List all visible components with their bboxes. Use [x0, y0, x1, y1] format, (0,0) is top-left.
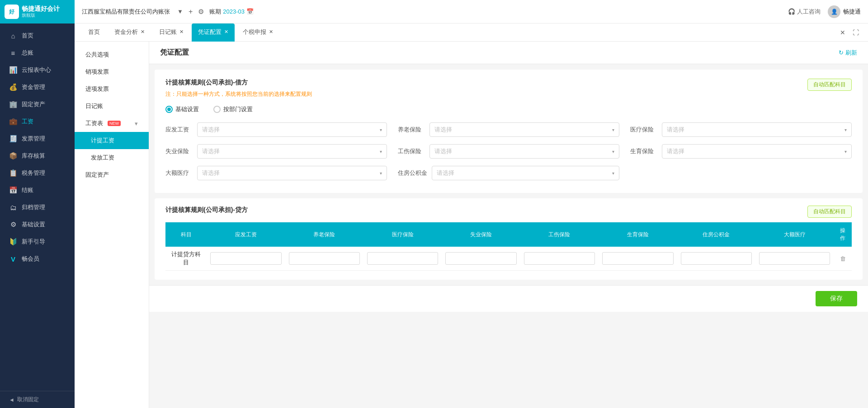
sidebar-item-reports[interactable]: 📊 云报表中心 — [0, 61, 75, 79]
sidebar-item-assets[interactable]: 🏢 固定资产 — [0, 96, 75, 113]
close-voucher-tab[interactable]: ✕ — [224, 29, 228, 35]
sidebar-item-invoice[interactable]: 🧾 发票管理 — [0, 130, 75, 147]
tabs-bar: 首页 资金分析 ✕ 日记账 ✕ 凭证配置 ✕ 个税申报 ✕ ✕ ⛶ — [75, 23, 868, 42]
assets-icon: 🏢 — [9, 100, 17, 108]
select-sybx[interactable]: 请选择 ▾ — [197, 144, 387, 159]
radio-dept-circle — [213, 106, 221, 113]
left-menu-sales[interactable]: 销项发票 — [75, 63, 149, 80]
left-menu-salary-table[interactable]: 工资表 NEW ▾ — [75, 115, 149, 132]
sidebar-item-closing[interactable]: 📅 结账 — [0, 182, 75, 199]
expand-window-btn[interactable]: ⛶ — [851, 27, 861, 38]
select-zhufang-arrow: ▾ — [612, 171, 614, 176]
select-gsbx[interactable]: 请选择 ▾ — [429, 144, 619, 159]
left-menu: 公共选项 销项发票 进项发票 日记账 工资表 NEW ▾ 计提工资 发放工资 — [75, 42, 149, 408]
select-ylbx2[interactable]: 请选择 ▾ — [662, 122, 852, 137]
left-menu-fixed-assets[interactable]: 固定资产 — [75, 166, 149, 183]
topbar-right: 🎧 人工咨询 👤 畅捷通 — [788, 5, 861, 18]
tabs-window-controls: ✕ ⛶ — [838, 27, 861, 38]
reports-icon: 📊 — [9, 66, 17, 74]
select-yfgz[interactable]: 请选择 ▾ — [197, 122, 387, 137]
input-sybx[interactable] — [445, 252, 516, 265]
avatar: 👤 — [828, 5, 840, 18]
input-zhufang[interactable] — [681, 252, 752, 265]
tab-funds[interactable]: 资金分析 ✕ — [108, 23, 151, 42]
label-ylbx2: 医疗保险 — [630, 126, 657, 134]
radio-dept[interactable]: 按部门设置 — [213, 105, 253, 113]
left-menu-pay-salary[interactable]: 发放工资 — [75, 149, 149, 166]
user-menu[interactable]: 👤 畅捷通 — [828, 5, 861, 18]
field-ylbx2: 医疗保险 请选择 ▾ — [630, 122, 852, 137]
settings-gear-icon[interactable]: ⚙ — [198, 8, 204, 16]
delete-row-btn[interactable]: 🗑 — [834, 247, 852, 271]
select-gsbx-placeholder: 请选择 — [434, 147, 452, 155]
col-action: 操作 — [834, 222, 852, 247]
input-gsbx[interactable] — [524, 252, 595, 265]
close-window-btn[interactable]: ✕ — [838, 27, 847, 38]
close-journal-tab[interactable]: ✕ — [179, 29, 184, 35]
sidebar-unpin-btn[interactable]: ◄ 取消固定 — [0, 391, 75, 408]
debit-section-title: 计提核算规则(公司承担)-借方 — [165, 79, 312, 87]
company-dropdown-icon[interactable]: ▼ — [177, 8, 183, 15]
tab-voucher[interactable]: 凭证配置 ✕ — [192, 23, 235, 42]
tab-journal[interactable]: 日记账 ✕ — [153, 23, 190, 42]
select-ylbx2-placeholder: 请选择 — [667, 126, 684, 134]
select-ylbx-arrow: ▾ — [612, 127, 614, 132]
input-ylbx2[interactable] — [367, 252, 438, 265]
headset-icon: 🎧 — [788, 8, 795, 15]
label-ylbx: 养老保险 — [398, 126, 425, 134]
sidebar-item-funds[interactable]: 💰 资金管理 — [0, 79, 75, 96]
new-badge: NEW — [108, 121, 121, 126]
input-dale[interactable] — [759, 252, 830, 265]
close-funds-tab[interactable]: ✕ — [141, 29, 145, 35]
col-sybx2: 生育保险 — [599, 222, 677, 247]
label-yfgz: 应发工资 — [165, 126, 193, 134]
tab-home[interactable]: 首页 — [82, 23, 106, 42]
service-btn[interactable]: 🎧 人工咨询 — [788, 8, 821, 16]
left-menu-purchase[interactable]: 进项发票 — [75, 80, 149, 98]
select-dale[interactable]: 请选择 ▾ — [197, 166, 387, 180]
sidebar-item-vip[interactable]: V 畅会员 — [0, 250, 75, 267]
col-gsbx: 工伤保险 — [520, 222, 599, 247]
left-menu-journal[interactable]: 日记账 — [75, 98, 149, 115]
save-button[interactable]: 保存 — [816, 291, 857, 306]
sidebar: 好 畅捷通好会计 旗舰版 ⌂ 首页 ≡ 总账 📊 云报表中心 💰 资金管理 🏢 … — [0, 0, 75, 408]
sidebar-item-guide[interactable]: 🔰 新手引导 — [0, 233, 75, 250]
vip-icon: V — [9, 255, 17, 263]
sidebar-item-home[interactable]: ⌂ 首页 — [0, 27, 75, 44]
credit-auto-match-btn[interactable]: 自动匹配科目 — [807, 206, 852, 218]
label-gsbx: 工伤保险 — [398, 147, 425, 155]
close-tax-tab[interactable]: ✕ — [269, 29, 273, 35]
page-content: 凭证配置 ↻ 刷新 计提核算规则(公司承担)-借方 注：只能选择一种方式，系统将… — [149, 42, 868, 408]
input-yfgz[interactable] — [210, 252, 281, 265]
sidebar-nav: ⌂ 首页 ≡ 总账 📊 云报表中心 💰 资金管理 🏢 固定资产 💼 工资 🧾 发… — [0, 23, 75, 391]
tab-tax[interactable]: 个税申报 ✕ — [236, 23, 279, 42]
sidebar-item-salary[interactable]: 💼 工资 — [0, 113, 75, 130]
sidebar-item-settings[interactable]: ⚙ 基础设置 — [0, 216, 75, 233]
ledger-icon: ≡ — [9, 49, 17, 57]
sidebar-item-inventory[interactable]: 📦 库存核算 — [0, 147, 75, 164]
sidebar-item-ledger[interactable]: ≡ 总账 — [0, 44, 75, 61]
funds-icon: 💰 — [9, 83, 17, 91]
field-gsbx: 工伤保险 请选择 ▾ — [398, 144, 619, 159]
radio-basic[interactable]: 基础设置 — [165, 105, 199, 113]
calendar-icon[interactable]: 📅 — [246, 8, 254, 15]
refresh-btn[interactable]: ↻ 刷新 — [839, 49, 857, 57]
field-zhufang: 住房公积金 请选择 ▾ — [398, 166, 619, 180]
input-sybx2[interactable] — [602, 252, 673, 265]
sidebar-item-tax[interactable]: 📋 税务管理 — [0, 164, 75, 182]
select-gsbx-arrow: ▾ — [612, 149, 614, 154]
select-ylbx[interactable]: 请选择 ▾ — [429, 122, 619, 137]
input-ylbx[interactable] — [289, 252, 360, 265]
select-zhufang[interactable]: 请选择 ▾ — [432, 166, 619, 180]
col-ylbx2: 医疗保险 — [363, 222, 442, 247]
debit-auto-match-btn[interactable]: 自动匹配科目 — [807, 79, 852, 91]
logo-text-container: 畅捷通好会计 旗舰版 — [22, 5, 60, 19]
select-sybx2[interactable]: 请选择 ▾ — [662, 144, 852, 159]
add-company-btn[interactable]: + — [189, 8, 193, 16]
left-menu-public[interactable]: 公共选项 — [75, 46, 149, 63]
select-ylbx-placeholder: 请选择 — [434, 126, 452, 134]
left-menu-calc-salary[interactable]: 计提工资 — [75, 132, 149, 149]
sidebar-item-archive[interactable]: 🗂 归档管理 — [0, 199, 75, 216]
app-sub: 旗舰版 — [22, 12, 60, 19]
col-yfgz: 应发工资 — [207, 222, 285, 247]
